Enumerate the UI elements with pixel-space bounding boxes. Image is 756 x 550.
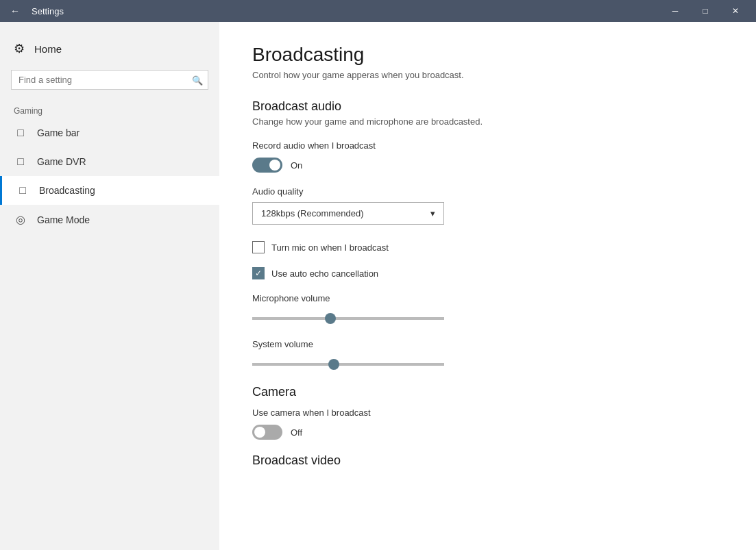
page-title: Broadcasting — [252, 44, 723, 66]
game-bar-icon: □ — [14, 127, 27, 139]
close-button[interactable]: ✕ — [722, 0, 749, 22]
sidebar-item-home[interactable]: ⚙ Home — [0, 33, 219, 64]
record-audio-state-text: On — [291, 160, 302, 171]
sidebar-item-game-bar-label: Game bar — [37, 127, 80, 138]
broadcast-audio-title: Broadcast audio — [252, 99, 723, 114]
audio-quality-value: 128kbps (Recommended) — [261, 208, 364, 218]
game-mode-icon: ◎ — [14, 213, 27, 226]
broadcasting-icon: □ — [16, 184, 29, 197]
mic-volume-label: Microphone volume — [252, 293, 723, 303]
sidebar-section-label: Gaming — [0, 101, 219, 118]
camera-state-text: Off — [291, 427, 302, 438]
sidebar-item-broadcasting[interactable]: □ Broadcasting — [0, 176, 219, 205]
minimize-button[interactable]: ─ — [661, 0, 689, 22]
system-volume-container: System volume — [252, 339, 723, 368]
turn-mic-label: Turn mic on when I broadcast — [271, 242, 389, 253]
record-audio-thumb — [269, 160, 280, 171]
home-icon: ⚙ — [14, 41, 25, 56]
camera-title: Camera — [252, 385, 723, 399]
camera-toggle-row: Off — [252, 425, 723, 440]
camera-use-label: Use camera when I broadcast — [252, 408, 723, 418]
camera-track — [252, 425, 282, 440]
page-subtitle: Control how your game apperas when you b… — [252, 70, 723, 80]
system-volume-slider[interactable] — [252, 363, 444, 366]
content-area: Broadcasting Control how your game apper… — [219, 22, 756, 550]
sidebar-search-container: 🔍 — [11, 70, 208, 90]
audio-quality-label: Audio quality — [252, 186, 723, 197]
broadcast-video-title: Broadcast video — [252, 453, 723, 468]
window-controls: ─ □ ✕ — [661, 0, 749, 22]
dropdown-arrow-icon: ▾ — [430, 208, 435, 218]
window-title: Settings — [32, 6, 661, 16]
search-icon: 🔍 — [192, 75, 203, 85]
sidebar: ⚙ Home 🔍 Gaming □ Game bar □ Game DVR □ … — [0, 22, 219, 550]
camera-thumb — [254, 427, 265, 438]
search-input[interactable] — [11, 70, 208, 90]
back-button[interactable]: ← — [7, 3, 23, 19]
record-audio-toggle-row: On — [252, 158, 723, 173]
sidebar-item-game-dvr-label: Game DVR — [37, 156, 86, 167]
turn-mic-row[interactable]: Turn mic on when I broadcast — [252, 241, 723, 253]
echo-cancel-row[interactable]: Use auto echo cancellation — [252, 267, 723, 279]
record-audio-label: Record audio when I broadcast — [252, 140, 723, 151]
sidebar-item-game-mode-label: Game Mode — [37, 214, 90, 225]
record-audio-toggle[interactable] — [252, 158, 282, 173]
app-body: ⚙ Home 🔍 Gaming □ Game bar □ Game DVR □ … — [0, 22, 756, 550]
echo-cancel-checkbox[interactable] — [252, 267, 265, 279]
sidebar-item-broadcasting-label: Broadcasting — [39, 185, 95, 196]
game-dvr-icon: □ — [14, 155, 27, 168]
sidebar-item-game-bar[interactable]: □ Game bar — [0, 118, 219, 147]
echo-cancel-label: Use auto echo cancellation — [271, 268, 378, 279]
camera-toggle[interactable] — [252, 425, 282, 440]
mic-volume-container: Microphone volume — [252, 293, 723, 323]
sidebar-item-game-dvr[interactable]: □ Game DVR — [0, 147, 219, 176]
back-icon: ← — [10, 5, 20, 16]
turn-mic-checkbox[interactable] — [252, 241, 265, 253]
maximize-button[interactable]: □ — [692, 0, 719, 22]
broadcast-audio-desc: Change how your game and microphone are … — [252, 116, 723, 127]
audio-quality-container: Audio quality 128kbps (Recommended) ▾ — [252, 186, 723, 225]
record-audio-track — [252, 158, 282, 173]
titlebar: ← Settings ─ □ ✕ — [0, 0, 756, 22]
audio-quality-dropdown[interactable]: 128kbps (Recommended) ▾ — [252, 202, 444, 225]
mic-volume-slider[interactable] — [252, 317, 444, 320]
system-volume-label: System volume — [252, 339, 723, 349]
sidebar-home-label: Home — [34, 43, 62, 55]
sidebar-item-game-mode[interactable]: ◎ Game Mode — [0, 205, 219, 234]
